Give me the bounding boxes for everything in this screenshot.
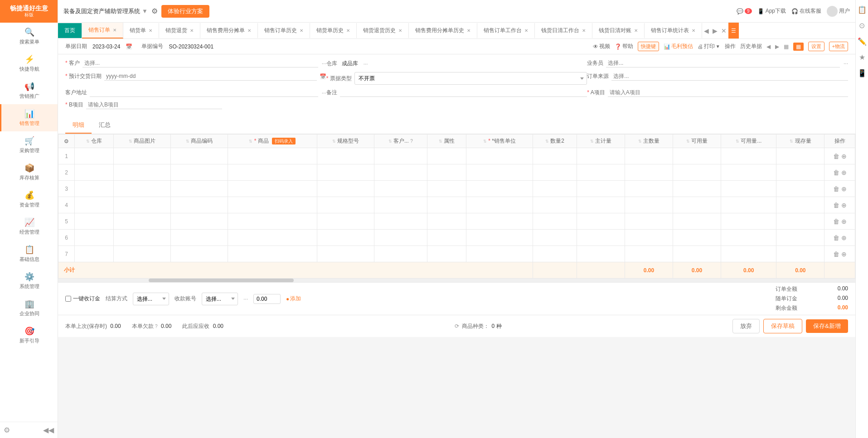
row-1-copy-icon[interactable]: ⊕ <box>841 153 847 160</box>
row-2-code[interactable] <box>170 164 228 181</box>
row-1-sales-unit[interactable] <box>466 148 533 164</box>
tab-expense-split-close-icon[interactable]: ✕ <box>247 28 251 33</box>
address-more-icon[interactable]: ··· <box>322 90 326 96</box>
settings-button[interactable]: 设置 <box>808 42 824 51</box>
salesperson-input[interactable] <box>606 59 840 67</box>
row-1-attributes[interactable] <box>427 148 466 164</box>
credit-help-icon[interactable]: ? <box>155 324 158 329</box>
tab-sales-refund[interactable]: 销货退货 ✕ <box>159 23 200 38</box>
nav-left-icon[interactable]: ◀ <box>766 43 771 50</box>
split-view-icon[interactable]: ▦ <box>793 43 804 51</box>
system-dropdown-icon[interactable]: ▼ <box>142 8 148 14</box>
b-project-input[interactable] <box>86 101 222 109</box>
address-input[interactable] <box>90 88 318 97</box>
sidebar-item-guide[interactable]: 🎯 新手引导 <box>0 322 58 349</box>
scan-btn[interactable]: 扫码录入 <box>272 138 296 144</box>
save-draft-button[interactable]: 保存草稿 <box>763 319 802 333</box>
tab-expense-history[interactable]: 销售费用分摊单历史 ✕ <box>409 23 477 38</box>
row-2-attributes[interactable] <box>427 164 466 181</box>
row-2-qty2[interactable] <box>533 164 577 181</box>
panel-icon-1[interactable]: 📋 <box>856 4 868 16</box>
row-7-delete-icon[interactable]: 🗑 <box>833 250 839 258</box>
sidebar-item-purchase[interactable]: 🛒 采购管理 <box>0 131 58 159</box>
tab-refund-history[interactable]: 销货退货历史 ✕ <box>357 23 409 38</box>
customer-more-icon[interactable]: ··· <box>322 60 326 67</box>
sidebar-item-search[interactable]: 🔍 搜索菜单 <box>0 23 58 50</box>
tab-sales-order-close-icon[interactable]: ✕ <box>113 28 116 33</box>
tab-menu-icon[interactable]: ☰ <box>728 23 739 39</box>
save-new-button[interactable]: 保存&新增 <box>806 319 848 333</box>
settings-gear-icon[interactable]: ⚙ <box>4 426 10 434</box>
row-2-copy-icon[interactable]: ⊕ <box>841 169 847 176</box>
tab-order-workbench-close-icon[interactable]: ✕ <box>524 28 528 33</box>
tab-expense-history-close-icon[interactable]: ✕ <box>467 28 470 33</box>
sidebar-item-sales[interactable]: 📊 销售管理 <box>0 104 58 131</box>
tab-return-history[interactable]: 销货单历史 ✕ <box>310 23 357 38</box>
tab-cashier-reconcile-close-icon[interactable]: ✕ <box>634 28 638 33</box>
sidebar-item-operations[interactable]: 📈 经营管理 <box>0 213 58 240</box>
warehouse-more-icon[interactable]: ··· <box>364 61 368 67</box>
th-settings[interactable]: ⚙ <box>58 135 75 148</box>
calendar-icon[interactable]: 📅 <box>126 43 132 50</box>
row-2-delete-icon[interactable]: 🗑 <box>833 169 839 176</box>
material-button[interactable]: +物流 <box>829 42 848 51</box>
tab-refund-history-close-icon[interactable]: ✕ <box>398 28 402 33</box>
delivery-date-input[interactable] <box>104 72 317 81</box>
profit-icon[interactable]: 📊 毛利预估 <box>664 43 693 50</box>
operate-button[interactable]: 操作 <box>725 43 736 50</box>
tab-sales-stats[interactable]: 销售订单统计表 ✕ <box>645 23 702 38</box>
tab-order-history-close-icon[interactable]: ✕ <box>300 28 303 33</box>
salesperson-more-icon[interactable]: ··· <box>844 60 848 67</box>
sidebar-item-finance[interactable]: 💰 资金管理 <box>0 186 58 213</box>
tab-summary[interactable]: 汇总 <box>92 117 118 134</box>
tab-cashier-reconcile[interactable]: 钱货日清对账 ✕ <box>592 23 645 38</box>
row-6-delete-icon[interactable]: 🗑 <box>833 234 839 241</box>
tab-close-all-icon[interactable]: ✕ <box>719 27 728 34</box>
online-service[interactable]: 🎧 在线客服 <box>791 7 821 15</box>
sidebar-item-marketing[interactable]: 📢 营销推广 <box>0 77 58 104</box>
sidebar-item-quicknav[interactable]: ⚡ 快捷导航 <box>0 50 58 77</box>
settings-icon[interactable]: ⚙ <box>151 7 158 15</box>
tab-order-workbench[interactable]: 销售订单工作台 ✕ <box>477 23 535 38</box>
row-3-copy-icon[interactable]: ⊕ <box>841 185 847 193</box>
tab-home[interactable]: 首页 <box>58 23 82 38</box>
sidebar-item-basic[interactable]: 📋 基础信息 <box>0 240 58 267</box>
remarks-input[interactable] <box>340 88 587 97</box>
account-select[interactable]: 选择... <box>202 293 238 305</box>
tab-cashier-daily-close-icon[interactable]: ✕ <box>582 28 586 33</box>
row-7-copy-icon[interactable]: ⊕ <box>841 250 847 258</box>
panel-icon-3[interactable]: ✏️ <box>856 35 868 48</box>
row-1-warehouse[interactable] <box>75 148 114 164</box>
row-2-main-qty[interactable] <box>625 164 673 181</box>
row-4-copy-icon[interactable]: ⊕ <box>841 202 847 209</box>
tab-scroll-left-icon[interactable]: ◀ <box>702 27 711 34</box>
auto-confirm-label[interactable]: 一键收订金 <box>65 295 100 303</box>
discard-button[interactable]: 放弃 <box>732 319 760 333</box>
row-1-spec[interactable] <box>317 148 374 164</box>
row-3-delete-icon[interactable]: 🗑 <box>833 185 839 193</box>
row-6-copy-icon[interactable]: ⊕ <box>841 234 847 241</box>
tab-scroll-right-icon[interactable]: ▶ <box>711 27 719 34</box>
tab-return-history-close-icon[interactable]: ✕ <box>346 28 350 33</box>
user-area[interactable]: 用户 <box>827 6 850 17</box>
customer-input[interactable] <box>82 59 318 67</box>
row-1-qty2[interactable] <box>533 148 577 164</box>
a-project-input[interactable] <box>608 88 848 97</box>
scrollbar-thumb[interactable] <box>149 279 294 282</box>
tab-cashier-daily[interactable]: 钱货日清工作台 ✕ <box>535 23 592 38</box>
invoice-type-select[interactable]: 不开票 <box>354 72 587 85</box>
row-4-delete-icon[interactable]: 🗑 <box>833 202 839 209</box>
help-icon[interactable]: ❓ 帮助 <box>615 43 633 50</box>
view-icon[interactable]: 👁 视频 <box>593 43 610 50</box>
tab-sales-return-close-icon[interactable]: ✕ <box>149 28 152 33</box>
add-item-button[interactable]: ● 添加 <box>286 295 301 303</box>
payment-method-select[interactable]: 选择... <box>133 293 169 305</box>
tab-sales-stats-close-icon[interactable]: ✕ <box>692 28 695 33</box>
date-picker-icon[interactable]: 📅 <box>320 73 326 80</box>
tab-sales-return[interactable]: 销货单 ✕ <box>123 23 159 38</box>
row-1-main-qty[interactable] <box>625 148 673 164</box>
tab-sales-refund-close-icon[interactable]: ✕ <box>190 28 194 33</box>
column-settings-icon[interactable]: ⚙ <box>64 138 69 144</box>
tab-detail[interactable]: 明细 <box>65 117 92 134</box>
collapse-icon[interactable]: ◀◀ <box>43 426 54 434</box>
